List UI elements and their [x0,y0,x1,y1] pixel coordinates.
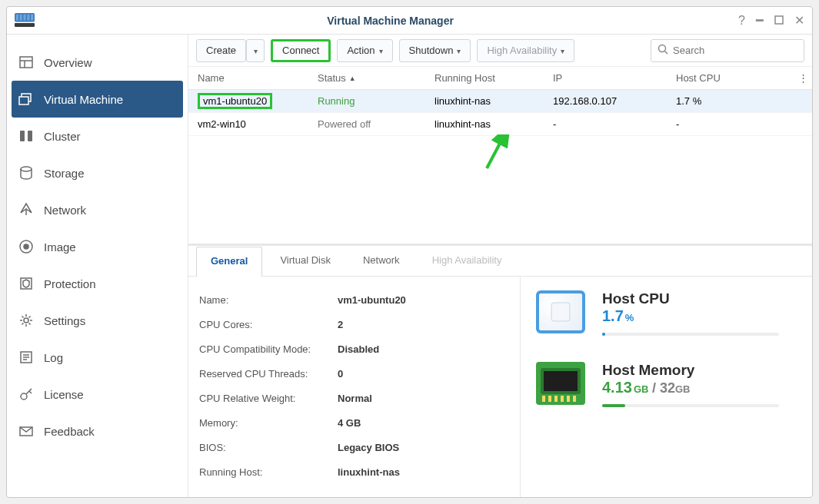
svg-rect-31 [544,371,578,391]
column-header-ip[interactable]: IP [553,72,676,84]
chevron-down-icon [561,45,564,56]
sidebar-item-image[interactable]: Image [7,228,188,265]
prop-value-memory: 4 GB [338,417,509,429]
svg-rect-33 [548,396,551,402]
tab-general[interactable]: General [196,247,262,277]
sidebar-item-label: Image [44,240,76,254]
vm-host: linuxhint-nas [434,118,553,130]
prop-value-bios: Legacy BIOS [338,442,509,453]
svg-rect-1 [16,14,18,20]
search-icon [658,44,668,58]
sidebar-item-overview[interactable]: Overview [7,44,188,81]
svg-rect-3 [23,14,25,20]
tab-network[interactable]: Network [348,246,414,276]
sidebar-item-log[interactable]: Log [7,339,188,376]
svg-rect-32 [542,396,545,402]
high-availability-button[interactable]: High Availability [477,39,574,62]
svg-rect-7 [775,16,783,24]
sidebar-item-storage[interactable]: Storage [7,154,188,191]
shutdown-button[interactable]: Shutdown [399,39,471,62]
svg-rect-8 [20,57,32,68]
svg-rect-14 [28,131,32,141]
svg-point-17 [24,244,28,249]
sidebar-item-protection[interactable]: Protection [7,265,188,302]
protection-icon [18,275,35,292]
svg-rect-34 [554,396,558,402]
prop-label-cpu-weight: CPU Relative Weight: [199,393,338,404]
minimize-icon[interactable]: ━ [756,13,764,28]
prop-label-bios: BIOS: [199,442,338,453]
column-header-name[interactable]: Name [198,72,318,84]
app-icon [15,13,35,28]
svg-rect-35 [561,396,564,402]
svg-rect-5 [31,14,33,20]
cpu-chip-icon [536,290,585,333]
host-memory-used: 4.13 [602,379,632,396]
maximize-icon[interactable] [774,14,784,28]
prop-label-name: Name: [199,294,338,306]
connect-button[interactable]: Connect [271,39,331,62]
sidebar-item-label: Storage [44,167,85,180]
prop-value-cpu-cores: 2 [338,319,509,330]
sidebar-item-network[interactable]: Network [7,191,188,228]
vm-host: linuxhint-nas [434,95,553,107]
storage-icon [18,164,35,181]
sidebar-item-label: Network [44,204,86,217]
sidebar: Overview Virtual Machine Cluster Storage… [7,35,188,497]
svg-point-15 [21,167,32,171]
action-button[interactable]: Action [337,39,392,62]
vm-ip: 192.168.0.107 [553,95,676,107]
column-menu-button[interactable]: ⋮ [794,72,812,84]
table-row[interactable]: vm2-win10 Powered off linuxhint-nas - - [188,113,812,136]
table-row[interactable]: vm1-ubuntu20 Running linuxhint-nas 192.1… [188,90,812,113]
host-cpu-title: Host CPU [602,290,779,307]
svg-rect-2 [20,14,22,20]
prop-label-cpu-cores: CPU Cores: [199,319,338,330]
sidebar-item-label: Cluster [44,130,81,143]
search-input-wrapper[interactable] [651,39,804,62]
mail-icon [18,423,35,439]
svg-rect-4 [27,14,29,20]
svg-rect-12 [19,97,28,104]
sidebar-item-cluster[interactable]: Cluster [7,118,188,154]
vm-cpu: - [676,118,794,130]
prop-label-running-host: Running Host: [199,466,338,478]
prop-label-reserved-threads: Reserved CPU Threads: [199,368,338,380]
tab-high-availability[interactable]: High Availability [418,246,517,276]
prop-label-cpu-compat: CPU Compatibility Mode: [199,343,338,355]
gear-icon [18,312,35,329]
vm-name: vm2-win10 [198,118,318,130]
svg-line-27 [665,51,668,54]
sidebar-item-label: Feedback [44,425,95,438]
tab-virtual-disk[interactable]: Virtual Disk [265,246,345,276]
svg-rect-37 [573,396,576,402]
svg-rect-29 [551,303,570,321]
help-icon[interactable]: ? [738,14,745,28]
vm-icon [18,91,35,108]
sidebar-item-virtual-machine[interactable]: Virtual Machine [12,81,183,118]
create-button[interactable]: Create [196,39,246,62]
chevron-down-icon [379,45,383,56]
sidebar-item-feedback[interactable]: Feedback [7,413,188,449]
create-dropdown-button[interactable] [246,39,265,62]
sidebar-item-license[interactable]: License [7,376,188,413]
column-header-host-cpu[interactable]: Host CPU [676,72,794,84]
overview-icon [18,54,35,71]
window-title: Virtual Machine Manager [42,15,738,27]
cluster-icon [18,128,35,144]
svg-rect-36 [567,396,570,402]
vm-ip: - [553,118,676,130]
vm-cpu: 1.7 % [676,95,794,107]
chevron-down-icon [254,45,258,56]
column-header-running-host[interactable]: Running Host [434,72,553,84]
svg-point-26 [659,45,666,51]
vm-name: vm1-ubuntu20 [198,93,272,109]
search-input[interactable] [673,45,802,56]
vm-status: Running [318,95,434,107]
svg-point-19 [24,318,28,323]
vm-status: Powered off [318,118,434,130]
column-header-status[interactable]: Status ▲ [318,72,434,84]
sidebar-item-settings[interactable]: Settings [7,302,188,339]
prop-value-reserved-threads: 0 [338,368,509,380]
close-icon[interactable]: ✕ [794,13,804,28]
